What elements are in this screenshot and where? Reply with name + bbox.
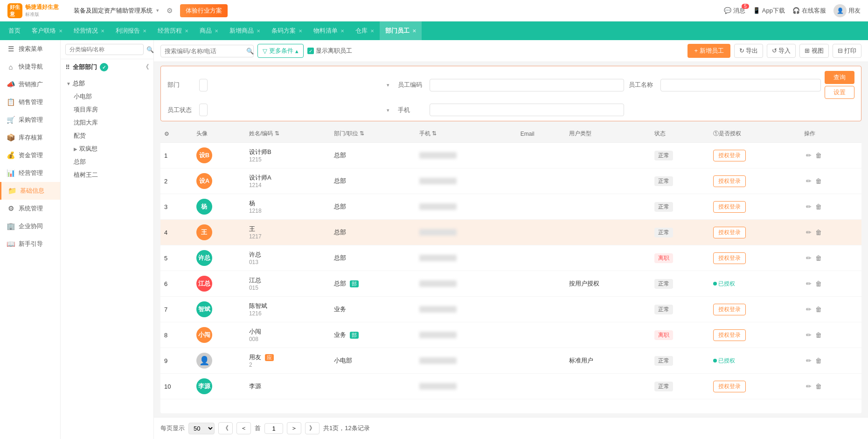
edit-btn[interactable]: ✏: [804, 382, 813, 391]
auth-login-btn[interactable]: 授权登录: [713, 381, 746, 392]
reset-btn[interactable]: 设置: [825, 86, 854, 99]
edit-btn[interactable]: ✏: [804, 253, 813, 263]
next-page-btn[interactable]: ＞: [287, 422, 301, 434]
auth-login-btn[interactable]: 授权登录: [713, 150, 746, 161]
tab-bom[interactable]: 物料清单 ✕: [308, 21, 350, 40]
delete-btn[interactable]: 🗑: [813, 228, 824, 237]
tab-customer[interactable]: 客户联络 ✕: [26, 21, 68, 40]
emp-status-select[interactable]: [199, 104, 208, 116]
auth-login-btn[interactable]: 授权登录: [713, 304, 746, 315]
tab-goods[interactable]: 商品 ✕: [194, 21, 224, 40]
trial-button[interactable]: 体验行业方案: [180, 4, 228, 17]
tab-warehouse[interactable]: 仓库 ✕: [350, 21, 380, 40]
first-page-btn[interactable]: 《: [218, 422, 233, 434]
close-icon[interactable]: ✕: [412, 28, 416, 34]
close-icon[interactable]: ✕: [340, 28, 344, 34]
app-download-btn[interactable]: 📱 App下载: [753, 7, 785, 15]
dept-select[interactable]: [199, 79, 208, 91]
dept-all-header[interactable]: ⠿ 全部部门 ✓ 《: [61, 59, 153, 75]
close-icon[interactable]: ✕: [257, 28, 260, 34]
menu-item-sales[interactable]: 📋 销售管理: [0, 93, 60, 111]
delete-btn[interactable]: 🗑: [813, 176, 824, 186]
edit-btn[interactable]: ✏: [804, 305, 813, 314]
menu-item-system[interactable]: ⚙ 系统管理: [0, 200, 60, 217]
th-dept[interactable]: 部门/职位 ⇅: [330, 125, 415, 143]
auth-login-btn[interactable]: 授权登录: [713, 252, 746, 264]
export-btn[interactable]: ↻ 导出: [734, 44, 763, 58]
edit-btn[interactable]: ✏: [804, 356, 813, 365]
delete-btn[interactable]: 🗑: [813, 279, 824, 288]
page-input[interactable]: [264, 423, 283, 434]
auth-login-btn[interactable]: 授权登录: [713, 329, 746, 341]
menu-item-marketing[interactable]: 📣 营销推广: [0, 76, 60, 93]
dept-node-shuangfeng[interactable]: ▶ 双疯想: [61, 142, 153, 155]
edit-btn[interactable]: ✏: [804, 151, 813, 160]
tab-home[interactable]: 首页: [3, 21, 26, 40]
close-icon[interactable]: ✕: [370, 28, 374, 34]
prev-page-btn[interactable]: ＜: [236, 422, 251, 434]
th-settings[interactable]: ⚙: [160, 125, 193, 143]
delete-btn[interactable]: 🗑: [813, 202, 824, 211]
online-service-btn[interactable]: 🎧 在线客服: [792, 7, 826, 15]
menu-item-purchase[interactable]: 🛒 采购管理: [0, 111, 60, 129]
add-employee-btn[interactable]: + 新增员工: [687, 44, 730, 58]
auth-login-btn[interactable]: 授权登录: [713, 175, 746, 187]
edit-btn[interactable]: ✏: [804, 330, 813, 340]
tab-history[interactable]: 经营历程 ✕: [152, 21, 194, 40]
close-icon[interactable]: ✕: [101, 28, 104, 34]
message-btn[interactable]: 💬 消息 5: [724, 7, 745, 15]
tab-dept-employee[interactable]: 部门员工 ✕: [380, 21, 422, 40]
query-btn[interactable]: 查询: [825, 71, 854, 84]
print-btn[interactable]: ⊟ 打印: [833, 44, 861, 58]
tab-operation[interactable]: 经营情况 ✕: [68, 21, 110, 40]
close-icon[interactable]: ✕: [215, 28, 218, 34]
title-dropdown-icon[interactable]: ▾: [156, 7, 159, 14]
collapse-dept-icon[interactable]: 《: [143, 63, 149, 71]
dept-node-project[interactable]: 项目库房: [61, 103, 153, 116]
edit-btn[interactable]: ✏: [804, 279, 813, 288]
show-resigned-toggle[interactable]: ✓ 显示离职员工: [307, 47, 352, 55]
tab-barcode[interactable]: 条码方案 ✕: [266, 21, 308, 40]
dept-node-peihuo[interactable]: 配货: [61, 129, 153, 142]
import-btn[interactable]: ↺ 导入: [767, 44, 796, 58]
menu-item-inventory[interactable]: 📦 库存核算: [0, 129, 60, 146]
emp-name-input[interactable]: [660, 79, 821, 91]
dept-node-shenyang[interactable]: 沈阳大库: [61, 116, 153, 129]
emp-code-input[interactable]: [430, 79, 624, 91]
dept-search-input[interactable]: [65, 44, 144, 55]
menu-item-quicknav[interactable]: ⌂ 快捷导航: [0, 58, 60, 76]
close-icon[interactable]: ✕: [59, 28, 62, 34]
view-btn[interactable]: ⊞ 视图: [799, 44, 828, 58]
dept-search-icon[interactable]: 🔍: [146, 46, 154, 53]
phone-input[interactable]: [430, 104, 624, 116]
gear-button[interactable]: ⚙: [163, 5, 176, 17]
auth-login-btn[interactable]: 授权登录: [713, 227, 746, 238]
delete-btn[interactable]: 🗑: [813, 305, 824, 314]
th-phone[interactable]: 手机 ⇅: [416, 125, 517, 143]
user-menu[interactable]: 👤 用友: [833, 4, 861, 17]
tab-profit[interactable]: 利润报告 ✕: [110, 21, 152, 40]
th-name[interactable]: 姓名/编码 ⇅: [245, 125, 330, 143]
auth-login-btn[interactable]: 授权登录: [713, 201, 746, 213]
menu-item-search[interactable]: ☰ 搜索菜单: [0, 40, 60, 58]
menu-item-finance[interactable]: 💰 资金管理: [0, 146, 60, 164]
last-page-btn[interactable]: 》: [305, 422, 319, 434]
menu-item-operation[interactable]: 📊 经营管理: [0, 164, 60, 182]
menu-item-guide[interactable]: 📖 新手引导: [0, 235, 60, 253]
close-icon[interactable]: ✕: [143, 28, 146, 34]
edit-btn[interactable]: ✏: [804, 176, 813, 186]
menu-item-company[interactable]: 🏢 企业协同: [0, 217, 60, 235]
close-icon[interactable]: ✕: [299, 28, 302, 34]
search-input[interactable]: [160, 45, 254, 57]
dept-node-xiaodian[interactable]: 小电部: [61, 90, 153, 103]
page-size-select[interactable]: 50 100: [188, 423, 215, 434]
delete-btn[interactable]: 🗑: [813, 151, 824, 160]
delete-btn[interactable]: 🗑: [813, 253, 824, 263]
more-conditions-btn[interactable]: ▽ 更多条件 ▴: [257, 44, 304, 58]
dept-node-zhishu[interactable]: 植树王二: [61, 168, 153, 181]
tab-new-goods[interactable]: 新增商品 ✕: [224, 21, 266, 40]
dept-node-root[interactable]: ▼ 总部: [61, 77, 153, 90]
delete-btn[interactable]: 🗑: [813, 330, 824, 340]
delete-btn[interactable]: 🗑: [813, 356, 824, 365]
delete-btn[interactable]: 🗑: [813, 382, 824, 391]
